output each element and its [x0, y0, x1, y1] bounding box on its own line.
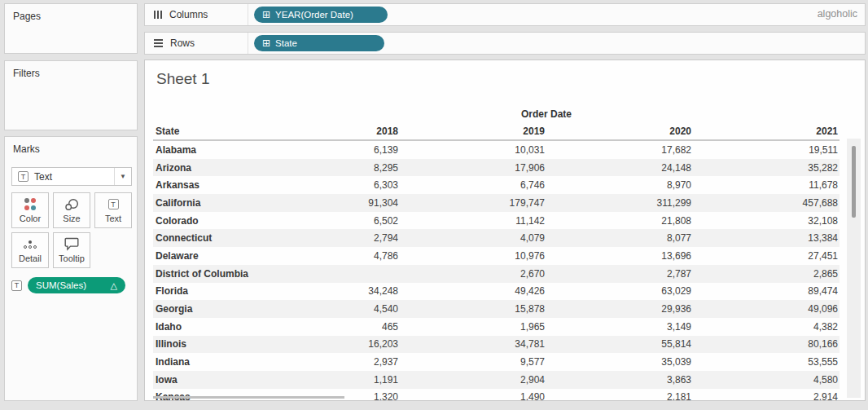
sum-sales-pill[interactable]: SUM(Sales) △	[28, 277, 125, 293]
value-cell[interactable]: 49,426	[400, 285, 546, 297]
value-cell[interactable]: 465	[253, 321, 400, 333]
rows-pill-area[interactable]: ⊞ State	[248, 33, 865, 54]
value-cell[interactable]: 6,303	[253, 179, 400, 191]
value-cell[interactable]: 2,904	[400, 374, 546, 386]
value-cell[interactable]: 10,976	[400, 250, 546, 262]
value-cell[interactable]: 2,794	[253, 232, 400, 244]
value-cell[interactable]: 4,580	[693, 374, 840, 386]
value-cell[interactable]: 63,029	[546, 285, 693, 297]
value-cell[interactable]: 10,031	[400, 144, 546, 156]
horizontal-scrollbar-thumb[interactable]	[153, 396, 344, 399]
value-cell[interactable]: 13,384	[693, 232, 840, 244]
value-cell[interactable]: 27,451	[693, 250, 840, 262]
marks-card[interactable]: Marks T Text ▼ Color Size T Text Detail	[4, 136, 138, 401]
state-header-cell[interactable]: Arizona	[153, 162, 253, 174]
columns-shelf[interactable]: Columns ⊞ YEAR(Order Date) algoholic	[144, 3, 866, 26]
value-cell[interactable]: 19,511	[693, 144, 840, 156]
value-cell[interactable]: 8,295	[253, 162, 400, 174]
row-field-header[interactable]: State	[153, 126, 253, 139]
value-cell[interactable]: 55,814	[546, 338, 693, 350]
value-cell[interactable]: 11,142	[400, 215, 546, 227]
value-cell[interactable]: 16,203	[253, 338, 400, 350]
state-header-cell[interactable]: Florida	[153, 285, 253, 297]
rows-shelf[interactable]: Rows ⊞ State	[144, 32, 866, 55]
value-cell[interactable]: 17,906	[400, 162, 546, 174]
value-cell[interactable]: 34,248	[253, 285, 400, 297]
state-header-cell[interactable]: Colorado	[153, 215, 253, 227]
value-cell[interactable]: 4,540	[253, 303, 400, 315]
year-header[interactable]: 2020	[546, 126, 693, 139]
value-cell[interactable]: 9,577	[400, 356, 546, 368]
text-button[interactable]: T Text	[94, 192, 132, 228]
year-order-date-pill[interactable]: ⊞ YEAR(Order Date)	[254, 7, 388, 23]
value-cell[interactable]: 15,878	[400, 303, 546, 315]
vertical-scrollbar-thumb[interactable]	[852, 146, 856, 218]
state-header-cell[interactable]: Illinois	[153, 338, 253, 350]
value-cell[interactable]: 53,555	[693, 356, 840, 368]
value-cell[interactable]: 4,786	[253, 250, 400, 262]
pages-shelf[interactable]: Pages	[4, 3, 138, 54]
value-cell[interactable]: 32,108	[693, 215, 840, 227]
value-cell[interactable]: 4,382	[693, 321, 840, 333]
value-cell[interactable]: 6,746	[400, 179, 546, 191]
mark-type-dropdown[interactable]: T Text ▼	[11, 167, 132, 186]
state-header-cell[interactable]: Arkansas	[153, 179, 253, 191]
size-button[interactable]: Size	[53, 192, 90, 228]
value-cell[interactable]: 49,096	[693, 303, 840, 315]
value-cell[interactable]: 3,149	[546, 321, 693, 333]
value-cell[interactable]: 2,670	[400, 268, 546, 280]
value-cell[interactable]: 2,937	[253, 356, 400, 368]
value-cell[interactable]: 2,914	[693, 391, 840, 401]
value-cell[interactable]: 11,678	[693, 179, 840, 191]
state-header-cell[interactable]: Alabama	[153, 144, 253, 156]
state-pill[interactable]: ⊞ State	[254, 35, 384, 51]
value-cell[interactable]: 457,688	[693, 197, 840, 209]
state-header-cell[interactable]: District of Columbia	[153, 268, 253, 280]
filters-shelf[interactable]: Filters	[4, 60, 138, 130]
state-header-cell[interactable]: Idaho	[153, 321, 253, 333]
sheet-title[interactable]: Sheet 1	[156, 70, 210, 88]
value-cell[interactable]: 6,502	[253, 215, 400, 227]
value-cell[interactable]: 4,079	[400, 232, 546, 244]
vertical-scrollbar[interactable]	[847, 139, 861, 398]
value-cell[interactable]: 3,863	[546, 374, 693, 386]
color-button[interactable]: Color	[11, 192, 49, 228]
value-cell[interactable]: 24,148	[546, 162, 693, 174]
value-cell[interactable]: 2,181	[546, 391, 693, 401]
columns-pill-area[interactable]: ⊞ YEAR(Order Date) algoholic	[248, 4, 865, 25]
value-cell[interactable]: 17,682	[546, 144, 693, 156]
year-header[interactable]: 2019	[400, 126, 546, 139]
year-header[interactable]: 2021	[693, 126, 840, 139]
value-cell[interactable]: 1,191	[253, 374, 400, 386]
value-cell[interactable]: 179,747	[400, 197, 546, 209]
state-header-cell[interactable]: Connecticut	[153, 232, 253, 244]
value-cell[interactable]: 2,787	[546, 268, 693, 280]
value-cell[interactable]: 29,936	[546, 303, 693, 315]
column-field-header[interactable]: Order Date	[253, 107, 840, 123]
value-cell[interactable]: 80,166	[693, 338, 840, 350]
state-header-cell[interactable]: Indiana	[153, 356, 253, 368]
value-cell[interactable]: 1,965	[400, 321, 546, 333]
value-cell[interactable]: 91,304	[253, 197, 400, 209]
detail-button[interactable]: Detail	[11, 232, 49, 268]
worksheet[interactable]: Sheet 1 Order Date State 2018 2019 2020 …	[144, 60, 866, 401]
value-cell[interactable]: 311,299	[546, 197, 693, 209]
state-header-cell[interactable]: California	[153, 197, 253, 209]
value-cell[interactable]: 1,490	[400, 391, 546, 401]
value-cell[interactable]: 21,808	[546, 215, 693, 227]
year-header[interactable]: 2018	[253, 126, 400, 139]
caret-down-icon[interactable]: ▼	[114, 168, 131, 185]
value-cell[interactable]: 8,970	[546, 179, 693, 191]
value-cell[interactable]: 89,474	[693, 285, 840, 297]
value-cell[interactable]: 35,282	[693, 162, 840, 174]
state-header-cell[interactable]: Delaware	[153, 250, 253, 262]
state-header-cell[interactable]: Georgia	[153, 303, 253, 315]
tooltip-button[interactable]: Tooltip	[53, 232, 90, 268]
value-cell[interactable]: 13,696	[546, 250, 693, 262]
value-cell[interactable]: 6,139	[253, 144, 400, 156]
value-cell[interactable]: 8,077	[546, 232, 693, 244]
value-cell[interactable]: 34,781	[400, 338, 546, 350]
value-cell[interactable]: 35,039	[546, 356, 693, 368]
value-cell[interactable]: 2,865	[693, 268, 840, 280]
state-header-cell[interactable]: Iowa	[153, 374, 253, 386]
